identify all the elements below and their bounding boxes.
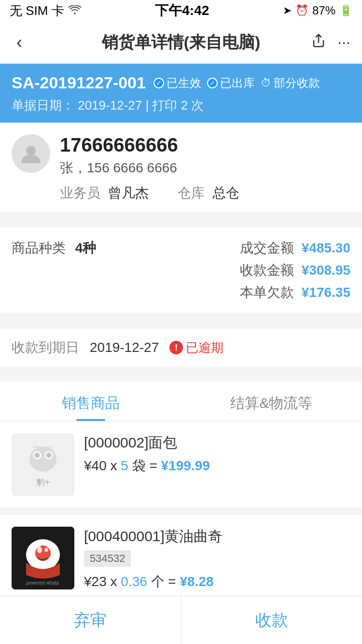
product-price: ¥40 x 5 袋 = ¥199.99 (84, 457, 350, 475)
print-count: 2 (181, 98, 188, 112)
status-shipped-label: 已出库 (220, 75, 255, 91)
product-unit: 袋 (132, 458, 146, 473)
product-qty-2: 0.36 (121, 574, 147, 589)
divider-3 (0, 366, 362, 374)
amount-label: 成交金额 (240, 239, 294, 257)
status-active-label: 已生效 (167, 75, 201, 91)
check-icon-2: ✓ (207, 78, 218, 88)
status-right: ➤ ⏰ 87% 🔋 (283, 4, 352, 17)
svg-point-5 (35, 453, 40, 458)
product-item: powered whata [000400001]黄油曲奇 534532 ¥23… (0, 515, 362, 602)
svg-text:powered whata: powered whata (26, 580, 59, 586)
amount-row: 成交金额 ¥485.30 (240, 239, 350, 257)
amount-value: ¥485.30 (302, 240, 350, 256)
back-button[interactable]: ‹ (12, 28, 27, 57)
customer-meta: 业务员 曾凡杰 仓库 总仓 (60, 184, 350, 202)
product-name-2: [000400001]黄油曲奇 (84, 527, 350, 546)
product-total: ¥199.99 (161, 458, 210, 473)
nav-bar: ‹ 销货单详情(来自电脑) ··· (0, 21, 362, 64)
product-sku: 534532 (84, 550, 131, 567)
category-label: 商品种类 (12, 240, 66, 255)
status-tags: ✓ 已生效 ✓ 已出库 ⏱ 部分收款 (153, 75, 320, 91)
product-qty: 5 (121, 458, 128, 473)
abandon-button[interactable]: 弃审 (0, 596, 181, 644)
order-date-row: 单据日期： 2019-12-27 | 打印 2 次 (12, 97, 350, 114)
product-details: [0000002]面包 ¥40 x 5 袋 = ¥199.99 (84, 433, 350, 475)
svg-point-11 (44, 548, 48, 552)
warehouse-info: 仓库 总仓 (178, 184, 239, 202)
owed-value: ¥176.35 (302, 285, 350, 300)
battery-icon: 🔋 (339, 4, 352, 17)
amount-summary: 成交金额 ¥485.30 收款金额 ¥308.95 本单欠款 ¥176.35 (240, 239, 350, 302)
wifi-icon (68, 3, 82, 18)
product-image-placeholder: 豹+ (12, 433, 74, 496)
received-value: ¥308.95 (302, 263, 350, 278)
status-left: 无 SIM 卡 (10, 2, 82, 19)
check-icon: ✓ (153, 78, 164, 88)
due-label: 收款到期日 (12, 338, 79, 357)
customer-id: 17666666666 (60, 134, 350, 156)
more-button[interactable]: ··· (337, 33, 350, 51)
date-label: 单据日期： (12, 98, 74, 112)
customer-section: 17666666666 张，156 6666 6666 业务员 曾凡杰 仓库 总… (0, 123, 362, 212)
product-list: 豹+ [0000002]面包 ¥40 x 5 袋 = ¥199.99 (0, 421, 362, 602)
staff-label: 业务员 (60, 185, 100, 200)
location-icon: ➤ (283, 4, 292, 17)
svg-point-9 (35, 546, 51, 561)
tab-settlement[interactable]: 结算&物流等 (181, 382, 362, 421)
category-info: 商品种类 4种 (12, 239, 96, 302)
status-tag-partial: ⏱ 部分收款 (261, 75, 320, 91)
svg-point-1 (26, 146, 36, 155)
summary-section: 商品种类 4种 成交金额 ¥485.30 收款金额 ¥308.95 本单欠款 ¥… (0, 227, 362, 313)
product-name: [0000002]面包 (84, 433, 350, 453)
price-base: ¥40 (84, 458, 107, 473)
svg-point-6 (46, 453, 51, 458)
due-section: 收款到期日 2019-12-27 ! 已逾期 (0, 329, 362, 366)
customer-info: 17666666666 张，156 6666 6666 业务员 曾凡杰 仓库 总… (60, 134, 350, 202)
staff-info: 业务员 曾凡杰 (60, 184, 149, 202)
owed-row: 本单欠款 ¥176.35 (240, 283, 350, 302)
owed-label: 本单欠款 (240, 283, 294, 302)
battery-text: 87% (312, 4, 335, 17)
tab-products[interactable]: 销售商品 (0, 382, 181, 421)
product-item: 豹+ [0000002]面包 ¥40 x 5 袋 = ¥199.99 (0, 421, 362, 507)
page-title: 销货单详情(来自电脑) (102, 31, 261, 54)
product-price-2: ¥23 x 0.36 个 = ¥8.28 (84, 573, 350, 591)
overdue-icon: ! (169, 341, 183, 354)
print-label: 打印 (152, 98, 177, 112)
collect-label: 收款 (255, 609, 288, 631)
product-name-text: 面包 (148, 434, 177, 450)
svg-point-2 (29, 447, 56, 472)
received-row: 收款金额 ¥308.95 (240, 261, 350, 280)
tab-bar: 销售商品 结算&物流等 (0, 382, 362, 421)
clock-icon: ⏱ (261, 77, 271, 89)
order-date: 2019-12-27 (78, 98, 142, 112)
product-code-2: [000400001] (84, 528, 165, 544)
brand-label: 豹+ (36, 476, 50, 488)
alarm-icon: ⏰ (295, 4, 308, 17)
received-label: 收款金额 (240, 261, 294, 280)
overdue-text: 已逾期 (186, 339, 223, 356)
product-unit-2: 个 (151, 574, 165, 589)
status-tag-shipped: ✓ 已出库 (207, 75, 255, 91)
due-date: 2019-12-27 (90, 340, 159, 355)
carrier-text: 无 SIM 卡 (10, 2, 64, 19)
product-details-2: [000400001]黄油曲奇 534532 ¥23 x 0.36 个 = ¥8… (84, 527, 350, 591)
time-display: 下午4:42 (155, 1, 209, 20)
category-count: 4种 (75, 240, 97, 255)
warehouse-name: 总仓 (212, 185, 239, 200)
overdue-badge: ! 已逾期 (169, 339, 223, 356)
tab-products-label: 销售商品 (62, 395, 120, 411)
collect-button[interactable]: 收款 (181, 596, 362, 644)
price-base-2: ¥23 (84, 574, 107, 589)
status-tag-active: ✓ 已生效 (153, 75, 201, 91)
svg-point-10 (37, 546, 42, 553)
tab-settlement-label: 结算&物流等 (230, 395, 312, 411)
warehouse-label: 仓库 (178, 185, 205, 200)
nav-actions: ··· (311, 33, 350, 52)
abandon-label: 弃审 (74, 609, 107, 631)
product-thumbnail-2: powered whata (12, 527, 74, 589)
customer-name-phone: 张，156 6666 6666 (60, 159, 350, 177)
product-name-text-2: 黄油曲奇 (165, 528, 223, 544)
share-button[interactable] (311, 33, 326, 52)
